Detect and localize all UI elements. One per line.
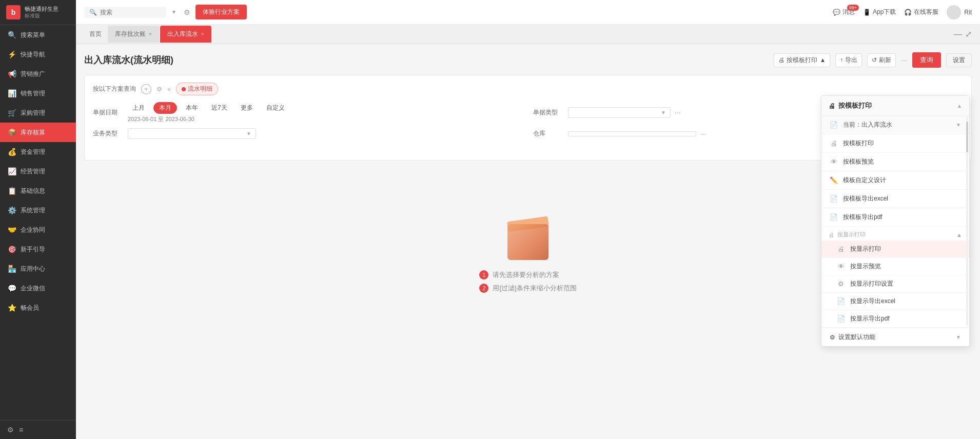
- maximize-window-button[interactable]: ⤢: [965, 29, 972, 39]
- sidebar-item-system[interactable]: ⚙️ 系统管理: [0, 201, 76, 220]
- panel-item-display-export-pdf[interactable]: 📄 按显示导出pdf: [821, 310, 969, 328]
- tab-home[interactable]: 首页: [84, 26, 107, 43]
- print-panel: 🖨 按模板打印 ▲ 📄 当前：出入库流水 ▼ 🖨 按模板打印 👁 按模板预览 ✏…: [821, 95, 970, 347]
- notifications-count: 99+: [847, 5, 859, 11]
- search-dropdown-icon[interactable]: ▼: [171, 9, 177, 15]
- settings-button[interactable]: 设置: [946, 53, 972, 67]
- topbar-search-box[interactable]: 🔍: [84, 7, 166, 18]
- tab-stock-flow-close[interactable]: ×: [201, 31, 204, 37]
- panel-item-template-customize[interactable]: ✏️ 模板自定义设计: [821, 171, 969, 190]
- display-preview-icon: 👁: [837, 263, 845, 271]
- template-export-excel-label: 按模板导出excel: [843, 194, 888, 203]
- print-template-button[interactable]: 🖨 按模板打印 ▲: [774, 53, 830, 67]
- filter-type-label: 业务类型: [93, 129, 124, 138]
- date-btn-custom[interactable]: 自定义: [262, 102, 289, 114]
- sidebar-item-guide[interactable]: 🎯 新手引导: [0, 240, 76, 259]
- date-btn-this-month[interactable]: 本月: [153, 102, 177, 114]
- panel-item-template-export-pdf[interactable]: 📄 按模板导出pdf: [821, 208, 969, 227]
- panel-collapse-icon[interactable]: ▲: [957, 103, 962, 109]
- template-pdf-icon: 📄: [830, 213, 838, 222]
- voucher-more-button[interactable]: ···: [675, 108, 681, 116]
- filter-warehouse-label: 仓库: [533, 129, 564, 138]
- mobile-icon: 📱: [863, 9, 871, 16]
- industry-solution-button[interactable]: 体验行业方案: [195, 5, 247, 19]
- display-settings-icon: ⚙: [837, 280, 845, 288]
- filter-collapse-icon[interactable]: «: [167, 86, 171, 93]
- sidebar-item-basic[interactable]: 📋 基础信息: [0, 181, 76, 201]
- sidebar-item-quick-nav[interactable]: ⚡ 快捷导航: [0, 45, 76, 64]
- sidebar-item-member[interactable]: ⭐ 畅会员: [0, 298, 76, 317]
- member-icon: ⭐: [7, 303, 16, 312]
- online-service-button[interactable]: 🎧 在线客服: [904, 8, 938, 16]
- filter-voucher-select[interactable]: ▼: [568, 107, 671, 118]
- more-options-button[interactable]: ···: [901, 56, 907, 64]
- filter-warehouse-select[interactable]: [568, 131, 696, 136]
- app-download-button[interactable]: 📱 App下载: [863, 8, 896, 16]
- date-btn-this-year[interactable]: 本年: [181, 102, 203, 114]
- headset-icon: 🎧: [904, 9, 912, 16]
- settings-bottom-icon[interactable]: ⚙: [7, 426, 14, 434]
- sidebar-logo: b 畅捷通好生意 标准版: [0, 0, 76, 25]
- sidebar-item-inventory[interactable]: 📦 库存核算: [0, 123, 76, 142]
- print-template-label: 按模板打印: [787, 56, 817, 65]
- sidebar-item-purchase[interactable]: 🛒 采购管理: [0, 103, 76, 123]
- filter-tag-item: 流水明细: [176, 83, 218, 95]
- sidebar-item-search[interactable]: 🔍 搜索菜单: [0, 25, 76, 45]
- sidebar-bottom: ⚙ ≡: [0, 420, 76, 439]
- empty-steps: 1 请先选择要分析的方案 2 用[过滤]条件来缩小分析范围: [479, 270, 576, 297]
- system-icon: ⚙️: [7, 206, 16, 215]
- panel-title: 🖨 按模板打印: [829, 101, 872, 110]
- export-button[interactable]: ↑ 导出: [835, 53, 862, 67]
- notifications-button[interactable]: 💬 消息 99+: [833, 8, 855, 16]
- warehouse-more-button[interactable]: ···: [700, 130, 707, 138]
- sidebar-item-label: 系统管理: [21, 206, 45, 215]
- finance-icon: 💰: [7, 147, 16, 156]
- search-input-icon: 🔍: [89, 9, 97, 16]
- date-btn-last-month[interactable]: 上月: [128, 102, 149, 114]
- quick-nav-icon: ⚡: [7, 50, 16, 59]
- main-area: 🔍 ▼ ⚙ 体验行业方案 💬 消息 99+ 📱 App下载 🎧 在线客服 Rit: [76, 0, 980, 439]
- display-export-pdf-label: 按显示导出pdf: [850, 314, 890, 323]
- tab-bar: 首页 库存批次账 × 出入库流水 × — ⤢: [76, 25, 980, 44]
- sidebar-item-wechat[interactable]: 💬 企业微信: [0, 278, 76, 298]
- filter-add-button[interactable]: +: [141, 84, 151, 94]
- tab-inventory-batch-close[interactable]: ×: [149, 31, 152, 37]
- sidebar-item-marketing[interactable]: 📢 营销推广: [0, 64, 76, 84]
- sidebar-item-operation[interactable]: 📈 经营管理: [0, 162, 76, 181]
- panel-item-display-print-settings[interactable]: ⚙ 按显示打印设置: [821, 275, 969, 293]
- panel-item-template-print[interactable]: 🖨 按模板打印: [821, 134, 969, 153]
- sidebar-item-coop[interactable]: 🤝 企业协同: [0, 220, 76, 240]
- date-btn-7days[interactable]: 近7天: [207, 102, 232, 114]
- display-section-caret[interactable]: ▲: [956, 232, 962, 238]
- page-actions: 🖨 按模板打印 ▲ ↑ 导出 ↺ 刷新 ··· 查询 设置: [774, 52, 972, 68]
- date-range-display: 2023-06-01 至 2023-06-30: [128, 115, 289, 123]
- panel-item-display-preview[interactable]: 👁 按显示预览: [821, 258, 969, 275]
- query-button[interactable]: 查询: [912, 52, 941, 68]
- filter-settings-icon[interactable]: ⚙: [156, 86, 162, 93]
- topbar-gear-icon[interactable]: ⚙: [184, 8, 190, 16]
- type-caret-icon: ▼: [246, 131, 251, 136]
- panel-current-item[interactable]: 📄 当前：出入库流水 ▼: [821, 116, 969, 134]
- tab-stock-flow[interactable]: 出入库流水 ×: [160, 26, 211, 43]
- panel-item-template-export-excel[interactable]: 📄 按模板导出excel: [821, 190, 969, 208]
- collapse-sidebar-icon[interactable]: ≡: [19, 426, 23, 434]
- panel-item-template-preview[interactable]: 👁 按模板预览: [821, 153, 969, 171]
- panel-footer-settings[interactable]: ⚙ 设置默认功能 ▼: [821, 328, 969, 346]
- panel-item-display-print[interactable]: 🖨 按显示打印: [821, 241, 969, 258]
- current-template-icon: 📄: [830, 121, 838, 129]
- template-excel-icon: 📄: [830, 195, 838, 203]
- sidebar-item-appstore[interactable]: 🏪 应用中心: [0, 259, 76, 278]
- refresh-button[interactable]: ↺ 刷新: [867, 53, 896, 67]
- filter-type-select[interactable]: ▼: [128, 128, 256, 139]
- minimize-window-button[interactable]: —: [954, 29, 962, 39]
- logo-icon: b: [6, 5, 21, 19]
- panel-item-display-export-excel[interactable]: 📄 按显示导出excel: [821, 293, 969, 310]
- sidebar-item-finance[interactable]: 💰 资金管理: [0, 142, 76, 162]
- user-menu[interactable]: Rit: [947, 5, 972, 19]
- search-input[interactable]: [100, 9, 151, 16]
- filter-header: 按以下方案查询 + ⚙ « 流水明细: [93, 83, 963, 95]
- sidebar-item-sales[interactable]: 📊 销售管理: [0, 84, 76, 103]
- tab-inventory-batch[interactable]: 库存批次账 ×: [108, 26, 159, 43]
- date-btn-more[interactable]: 更多: [236, 102, 258, 114]
- panel-scrollbar[interactable]: [966, 116, 968, 326]
